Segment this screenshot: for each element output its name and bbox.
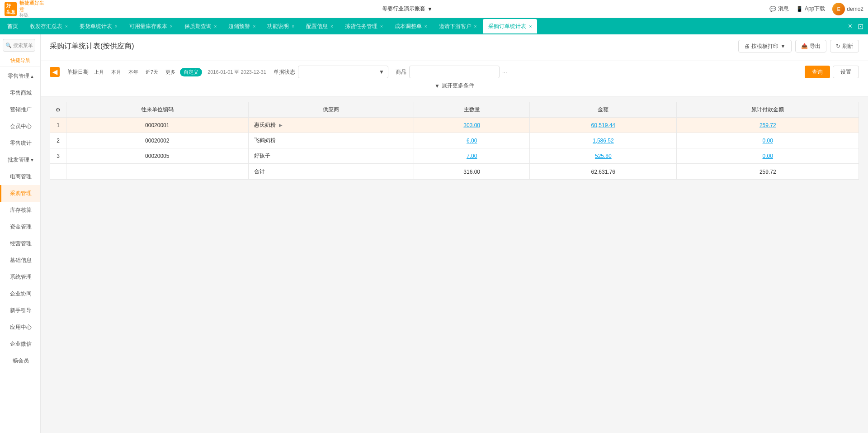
tab-chaochuyujing[interactable]: 超储预警 × — [223, 19, 261, 33]
table-row: 2 00020002 飞鹤奶粉 6.00 1,586.52 0.00 — [50, 133, 859, 148]
custom-date-badge[interactable]: 自定义 — [180, 68, 202, 76]
close-icon[interactable]: × — [292, 24, 294, 29]
row-supplier[interactable]: 惠氏奶粉 ▶ — [248, 118, 414, 133]
row-qty[interactable]: 6.00 — [414, 133, 530, 148]
sidebar-item-system[interactable]: 系统管理 — [0, 269, 40, 285]
shortcut-7days[interactable]: 近7天 — [143, 68, 161, 76]
nav-close-btn[interactable]: × — [846, 21, 854, 31]
shortcut-more[interactable]: 更多 — [163, 68, 178, 76]
app-icon: 📱 — [796, 6, 803, 12]
sidebar-section: 零售管理 ▲ 零售商城 营销推广 会员中心 零售统计 批发管理 ▼ — [0, 67, 40, 370]
shortcut-this-month[interactable]: 本月 — [108, 68, 124, 76]
settings-icon: ⚙ — [56, 107, 61, 113]
row-amount[interactable]: 525.80 — [530, 148, 677, 164]
top-bar: 好生意 畅捷通好生意 标版 母婴行业演示账套 ▼ 💬 消息 📱 App下载 E … — [0, 0, 868, 18]
workspace-selector[interactable]: 母婴行业演示账套 ▼ — [382, 5, 433, 13]
filter-actions: 查询 设置 — [805, 66, 859, 78]
app-download-btn[interactable]: 📱 App下载 — [796, 5, 825, 13]
search-icon: 🔍 — [5, 43, 12, 48]
sidebar-item-retail-mgmt[interactable]: 零售管理 ▲ — [0, 68, 40, 85]
close-icon[interactable]: × — [529, 24, 532, 29]
sidebar-item-ecommerce[interactable]: 电商管理 — [0, 168, 40, 185]
tab-yaohuo[interactable]: 要货单统计表 × — [74, 19, 123, 33]
tab-caigou-active[interactable]: 采购订单统计表 × — [483, 19, 537, 33]
sidebar-item-member[interactable]: 会员中心 — [0, 118, 40, 135]
sidebar-item-enterprise-wechat[interactable]: 企业微信 — [0, 336, 40, 352]
sidebar-item-finance[interactable]: 资金管理 — [0, 219, 40, 235]
table-footer-row: 合计 316.00 62,631.76 259.72 — [50, 164, 859, 180]
close-icon[interactable]: × — [170, 24, 173, 29]
sidebar-item-wholesale[interactable]: 批发管理 ▼ — [0, 152, 40, 168]
close-icon[interactable]: × — [214, 24, 217, 29]
tab-gongneng[interactable]: 功能说明 × — [262, 19, 300, 33]
row-code: 00020001 — [66, 118, 249, 133]
refresh-button[interactable]: ↻ 刷新 — [830, 40, 859, 52]
row-paid[interactable]: 0.00 — [677, 133, 859, 148]
nav-maximize-btn[interactable]: ⊡ — [856, 21, 865, 32]
export-icon: 📤 — [801, 43, 808, 49]
chevron-down-icon: ▼ — [30, 158, 34, 162]
query-button[interactable]: 查询 — [805, 66, 830, 78]
tab-kuyong[interactable]: 可用量库存账本 × — [124, 19, 178, 33]
shortcut-last-month[interactable]: 上月 — [91, 68, 107, 76]
shortcut-this-year[interactable]: 本年 — [126, 68, 141, 76]
search-menu-btn[interactable]: 🔍 搜索菜单 — [3, 39, 35, 52]
row-amount[interactable]: 60,519.44 — [530, 118, 677, 133]
footer-amount: 62,631.76 — [530, 164, 677, 180]
sidebar: 🔍 搜索菜单 快捷导航 零售管理 ▲ 零售商城 营销推广 会员中心 — [0, 34, 41, 433]
sidebar-item-retail-mall[interactable]: 零售商城 — [0, 85, 40, 101]
close-icon[interactable]: × — [330, 24, 333, 29]
tab-shoufacun[interactable]: 收发存汇总表 × — [24, 19, 73, 33]
close-icon[interactable]: × — [380, 24, 383, 29]
print-button[interactable]: 🖨 按模板打印 ▼ — [738, 40, 792, 52]
tab-yaoqing[interactable]: 邀请下游客户 × — [434, 19, 482, 33]
tab-jianhuo[interactable]: 拣货任务管理 × — [340, 19, 388, 33]
row-amount[interactable]: 1,586.52 — [530, 133, 677, 148]
sidebar-item-purchase[interactable]: 采购管理 — [0, 185, 40, 202]
page-actions: 🖨 按模板打印 ▼ 📤 导出 ↻ 刷新 — [738, 40, 859, 52]
sidebar-item-operations[interactable]: 经营管理 — [0, 235, 40, 252]
refresh-icon: ↻ — [836, 43, 840, 49]
col-settings[interactable]: ⚙ — [50, 102, 66, 118]
row-qty[interactable]: 7.00 — [414, 148, 530, 164]
sidebar-item-basic-info[interactable]: 基础信息 — [0, 252, 40, 269]
sidebar-item-retail-stats[interactable]: 零售统计 — [0, 135, 40, 152]
sidebar-item-member2[interactable]: 畅会员 — [0, 352, 40, 369]
row-supplier[interactable]: 飞鹤奶粉 — [248, 133, 414, 148]
filter-settings-button[interactable]: 设置 — [833, 66, 859, 78]
sidebar-item-inventory[interactable]: 库存核算 — [0, 202, 40, 219]
table-row: 3 00020005 好孩子 7.00 525.80 0.00 — [50, 148, 859, 164]
sidebar-item-enterprise-collab[interactable]: 企业协同 — [0, 285, 40, 302]
filter-toggle-btn[interactable]: ◀ — [50, 67, 60, 77]
sidebar-item-marketing[interactable]: 营销推广 — [0, 101, 40, 118]
row-qty[interactable]: 303.00 — [414, 118, 530, 133]
close-icon[interactable]: × — [115, 24, 118, 29]
col-amount: 金额 — [530, 102, 677, 118]
data-table: ⚙ 往来单位编码 供应商 主数量 金额 累计付款金额 1 00020001 — [50, 102, 859, 180]
row-supplier[interactable]: 好孩子 — [248, 148, 414, 164]
tab-chengben[interactable]: 成本调整单 × — [389, 19, 433, 33]
expand-more-btn[interactable]: ▼ 展开更多条件 — [50, 80, 859, 91]
col-paid: 累计付款金额 — [677, 102, 859, 118]
close-icon[interactable]: × — [65, 24, 68, 29]
export-button[interactable]: 📤 导出 — [795, 40, 826, 52]
sidebar-item-newbie[interactable]: 新手引导 — [0, 302, 40, 319]
close-icon[interactable]: × — [474, 24, 477, 29]
filter-date-group: 单据日期 上月 本月 本年 近7天 更多 自定义 2016-01-01 至 20… — [67, 68, 266, 76]
row-paid[interactable]: 0.00 — [677, 148, 859, 164]
status-select[interactable]: ▼ — [298, 66, 388, 78]
quick-nav-btn[interactable]: 快捷导航 — [0, 54, 40, 67]
goods-input[interactable] — [409, 66, 500, 78]
close-icon[interactable]: × — [253, 24, 255, 29]
user-profile[interactable]: E demo2 — [832, 3, 863, 15]
tab-peizhi[interactable]: 配置信息 × — [301, 19, 339, 33]
row-paid[interactable]: 259.72 — [677, 118, 859, 133]
sidebar-item-app-center[interactable]: 应用中心 — [0, 319, 40, 336]
close-icon[interactable]: × — [425, 24, 427, 29]
tab-home[interactable]: 首页 — [2, 19, 24, 33]
tab-baozhi[interactable]: 保质期查询 × — [179, 19, 222, 33]
chevron-down-icon: ▼ — [379, 69, 384, 75]
nav-right-controls: × ⊡ — [846, 21, 868, 32]
message-btn[interactable]: 💬 消息 — [769, 5, 789, 13]
logo-icon: 好生意 — [5, 2, 17, 16]
